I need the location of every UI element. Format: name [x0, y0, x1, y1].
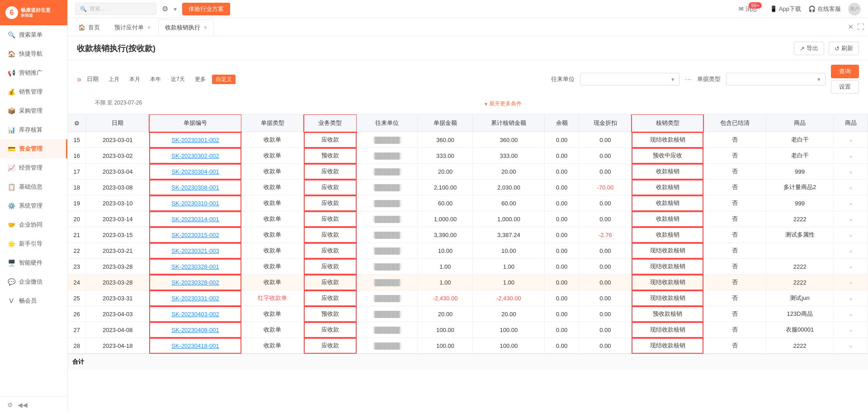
filter-date-range: 不限 至 2023-07-26 — [95, 99, 142, 107]
th-include-settled[interactable]: 包含已结清 — [703, 114, 766, 132]
th-biz-type[interactable]: 业务类型 — [304, 114, 357, 132]
th-verify-type[interactable]: 核销类型 — [632, 114, 703, 132]
filter-expand-icon[interactable]: » — [77, 75, 81, 84]
sidebar-item-guide[interactable]: 🌟 新手引导 — [0, 234, 67, 253]
sidebar-item-finance[interactable]: 💳 资金管理 — [0, 139, 67, 158]
filter-this-year[interactable]: 本年 — [146, 74, 165, 85]
table-row[interactable]: 20 2023-03-14 SK-20230314-001 收款单 应收款 ██… — [68, 211, 868, 227]
sidebar-item-wechat[interactable]: 💬 企业微信 — [0, 272, 67, 291]
th-date[interactable]: 日期 — [86, 114, 149, 132]
filter-7days[interactable]: 近7天 — [167, 74, 189, 85]
doc-no-link[interactable]: SK-20230301-002 — [171, 137, 219, 143]
filter-settings-button[interactable]: 设置 — [831, 80, 859, 94]
table-row[interactable]: 26 2023-04-03 SK-20230403-002 收款单 预收款 ██… — [68, 306, 868, 322]
td-discount: 0.00 — [579, 243, 632, 259]
sidebar-item-operations[interactable]: 📈 经营管理 — [0, 158, 67, 177]
expand-more-conditions[interactable]: ▾ 展开更多条件 — [483, 98, 524, 109]
doc-no-link[interactable]: SK-20230321-003 — [171, 247, 219, 254]
table-row[interactable]: 19 2023-03-10 SK-20230310-001 收款单 应收款 ██… — [68, 195, 868, 211]
doc-no-link[interactable]: SK-20230331-002 — [171, 295, 219, 302]
doc-no-link[interactable]: SK-20230314-001 — [171, 216, 219, 223]
app-download-button[interactable]: 📱 App下载 — [770, 5, 801, 13]
doc-no-link[interactable]: SK-20230328-001 — [171, 263, 219, 270]
doc-no-link[interactable]: SK-20230403-002 — [171, 311, 219, 318]
th-product[interactable]: 商品 — [766, 114, 834, 132]
sidebar-item-basics[interactable]: 📋 基础信息 — [0, 177, 67, 196]
doc-no-link[interactable]: SK-20230315-002 — [171, 232, 219, 238]
th-balance[interactable]: 余额 — [545, 114, 579, 132]
th-amount[interactable]: 单据金额 — [418, 114, 473, 132]
table-row[interactable]: 24 2023-03-28 SK-20230328-002 收款单 应收款 ██… — [68, 275, 868, 290]
refresh-button[interactable]: ↺ 刷新 — [829, 42, 859, 55]
hardware-label: 智能硬件 — [19, 259, 42, 267]
table-row[interactable]: 28 2023-04-18 SK-20230418-001 收款单 应收款 ██… — [68, 338, 868, 354]
th-discount[interactable]: 现金折扣 — [579, 114, 632, 132]
doc-no-link[interactable]: SK-20230302-002 — [171, 152, 219, 159]
doc-no-link[interactable]: SK-20230408-001 — [171, 327, 219, 333]
table-row[interactable]: 25 2023-03-31 SK-20230331-002 红字收款单 应收款 … — [68, 290, 868, 306]
filter-more[interactable]: 更多 — [191, 74, 209, 85]
member-icon: V — [7, 297, 15, 305]
tab-expand-icon[interactable]: ⛶ — [857, 23, 864, 31]
doc-no-link[interactable]: SK-20230310-001 — [171, 200, 219, 207]
query-button[interactable]: 查询 — [831, 65, 859, 78]
table-row[interactable]: 23 2023-03-28 SK-20230328-001 收款单 应收款 ██… — [68, 259, 868, 275]
td-doc-type: 收款单 — [241, 259, 304, 275]
table-row[interactable]: 18 2023-03-08 SK-20230308-001 收款单 应收款 ██… — [68, 180, 868, 195]
sidebar-item-hardware[interactable]: 🖥️ 智能硬件 — [0, 253, 67, 272]
sidebar-item-quicknav[interactable]: 🏠 快捷导航 — [0, 44, 67, 63]
td-verify-type: 现结收款核销 — [632, 259, 703, 275]
sidebar-item-sales[interactable]: 💰 销售管理 — [0, 82, 67, 101]
topbar-search[interactable]: 🔍 搜索... — [75, 3, 156, 15]
th-doc-type[interactable]: 单据类型 — [241, 114, 304, 132]
filter-this-month[interactable]: 本月 — [126, 74, 144, 85]
table-row[interactable]: 15 2023-03-01 SK-20230301-002 收款单 应收款 ██… — [68, 132, 868, 148]
table-row[interactable]: 21 2023-03-15 SK-20230315-002 收款单 应收款 ██… — [68, 227, 868, 243]
counterparty-input[interactable]: ▾ — [580, 73, 679, 85]
topbar-chevron-icon[interactable]: ▾ — [174, 5, 177, 13]
user-avatar[interactable]: 用户 — [848, 3, 861, 15]
collapse-icon[interactable]: ◀◀ — [18, 401, 28, 408]
table-row[interactable]: 16 2023-03-02 SK-20230302-002 收款单 预收款 ██… — [68, 148, 868, 164]
sidebar-item-inventory[interactable]: 📊 库存核算 — [0, 120, 67, 139]
td-include-settled: 否 — [703, 195, 766, 211]
doc-no-link[interactable]: SK-20230328-002 — [171, 279, 219, 286]
sidebar-item-system[interactable]: ⚙️ 系统管理 — [0, 196, 67, 215]
th-cumulative[interactable]: 累计核销金额 — [473, 114, 545, 132]
doc-no-link[interactable]: SK-20230418-001 — [171, 342, 219, 349]
export-button[interactable]: ↗ 导出 — [794, 42, 824, 55]
sidebar-item-purchase[interactable]: 📦 采购管理 — [0, 101, 67, 120]
th-counterparty[interactable]: 往来单位 — [357, 114, 418, 132]
td-product2: ■ — [834, 180, 868, 195]
table-row[interactable]: 17 2023-03-04 SK-20230304-001 收款单 应收款 ██… — [68, 164, 868, 180]
receipt-type-select[interactable]: ▾ — [726, 73, 826, 85]
filter-last-month[interactable]: 上月 — [105, 74, 123, 85]
td-no: 27 — [68, 322, 86, 338]
sidebar-item-enterprise[interactable]: 🤝 企业协同 — [0, 215, 67, 234]
table-row[interactable]: 22 2023-03-21 SK-20230321-003 收款单 应收款 ██… — [68, 243, 868, 259]
tab-collection-close-icon[interactable]: × — [204, 24, 207, 31]
settings-icon[interactable]: ⚙ — [7, 401, 13, 408]
tab-home[interactable]: 🏠 首页 — [71, 19, 107, 36]
topbar-settings-icon[interactable]: ⚙ — [162, 5, 168, 13]
sidebar-item-search[interactable]: 🔍 搜索菜单 — [0, 25, 67, 44]
messages-button[interactable]: ✉ 消息 99+ — [739, 5, 757, 13]
th-settings[interactable]: ⚙ — [68, 114, 86, 132]
tab-prepayment-close-icon[interactable]: × — [147, 24, 151, 31]
doc-no-link[interactable]: SK-20230308-001 — [171, 184, 219, 191]
industry-solution-button[interactable]: 体验行业方案 — [182, 3, 230, 15]
th-doc-no[interactable]: 单据编号 — [149, 114, 241, 132]
th-product2[interactable]: 商品 — [834, 114, 868, 132]
tab-close-all-icon[interactable]: ✕ — [848, 23, 854, 31]
doc-no-link[interactable]: SK-20230304-001 — [171, 168, 219, 175]
sidebar-item-marketing[interactable]: 📢 营销推广 — [0, 63, 67, 82]
filter-more-icon[interactable]: ··· — [685, 75, 692, 84]
filter-custom-label[interactable]: 自定义 — [212, 75, 236, 84]
tab-collection-verify[interactable]: 收款核销执行 × — [158, 19, 214, 36]
table-row[interactable]: 27 2023-04-08 SK-20230408-001 收款单 应收款 ██… — [68, 322, 868, 338]
online-service-button[interactable]: 🎧 在线客服 — [808, 5, 841, 13]
td-counterparty: ██████ — [357, 211, 418, 227]
tab-prepayment[interactable]: 预计应付单 × — [108, 19, 157, 36]
td-product: 老白干 — [766, 132, 834, 148]
sidebar-item-member[interactable]: V 畅会员 — [0, 291, 67, 310]
